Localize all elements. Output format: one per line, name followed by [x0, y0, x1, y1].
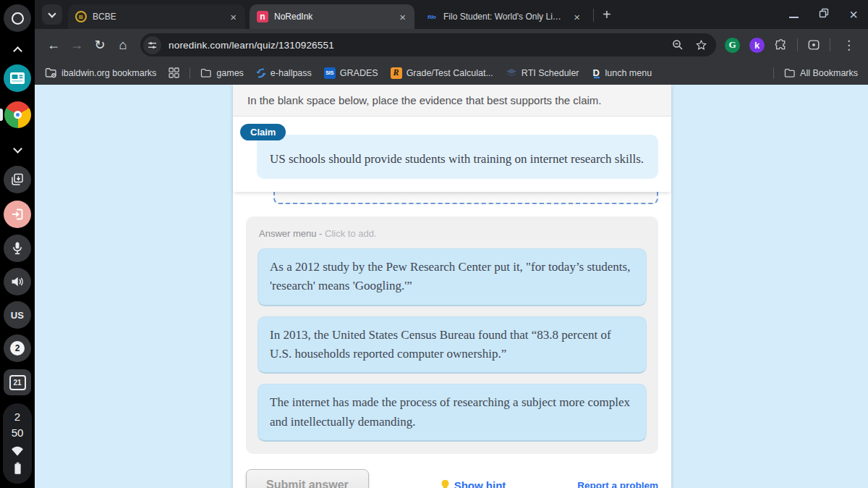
toolbar-divider [797, 38, 798, 51]
restore-icon [819, 8, 829, 18]
quiz-footer: Submit answer Show hint Report a problem [233, 454, 671, 488]
clock-hour: 2 [14, 411, 20, 424]
forward-button[interactable]: → [65, 33, 88, 56]
wifi-icon [11, 446, 24, 456]
svg-text:D: D [592, 67, 599, 78]
answer-menu-label: Answer menu - Click to add. [259, 228, 647, 239]
clock-minute: 50 [12, 426, 24, 440]
filo-favicon: filo [426, 11, 438, 22]
bookmark-managed-folder[interactable]: ibaldwin.org bookmarks [45, 67, 156, 78]
grammarly-extension-icon[interactable]: G [725, 38, 740, 53]
bookmark-rti-scheduler[interactable]: RTI Scheduler [506, 67, 579, 79]
reload-button[interactable]: ↻ [88, 33, 111, 56]
rapid-calculator-favicon: R [391, 67, 402, 79]
bookmark-label: e-hallpass [271, 68, 312, 78]
tab-search-button[interactable] [42, 4, 62, 25]
battery-icon [14, 462, 22, 475]
keyboard-layout-label: US [11, 310, 25, 321]
site-settings-button[interactable] [143, 36, 161, 54]
url-text[interactable]: noredink.com/learn/quiz/1310926551 [169, 40, 665, 51]
tab-strip: B BCBE × n NoRedInk × filo Filo Student:… [35, 0, 868, 29]
answer-option[interactable]: The internet has made the process of res… [258, 384, 647, 442]
microphone-icon [12, 241, 23, 256]
new-tab-button[interactable]: + [598, 7, 616, 23]
bookmark-apps-grid[interactable] [169, 67, 179, 78]
zoom-icon[interactable] [672, 39, 684, 51]
browser-menu-button[interactable]: ⋮ [840, 38, 858, 53]
sis-favicon: SIS [324, 67, 336, 79]
back-button[interactable]: ← [42, 33, 65, 56]
show-hint-link[interactable]: Show hint [441, 479, 506, 488]
chevron-down-icon [13, 144, 22, 153]
claim-text: US schools should provide students with … [257, 135, 658, 179]
all-bookmarks-button[interactable]: All Bookmarks [784, 68, 858, 78]
bookmarks-bar: ibaldwin.org bookmarks games e-hallpass … [35, 61, 868, 85]
bookmark-label: Grade/Test Calculat... [407, 68, 493, 78]
chevron-up-icon [13, 46, 22, 56]
address-bar[interactable]: noredink.com/learn/quiz/1310926551 [140, 33, 716, 56]
restore-button[interactable] [819, 8, 829, 21]
volume-tray-button[interactable] [4, 268, 31, 295]
microphone-tray-button[interactable] [4, 235, 31, 262]
quiz-card: In the blank space below, place the evid… [233, 85, 671, 488]
notification-counter-button[interactable]: 2 [4, 335, 31, 362]
minimize-button[interactable] [789, 8, 799, 21]
apps-grid-icon [169, 67, 179, 78]
bcbe-favicon: B [75, 11, 87, 22]
tab-noredink[interactable]: n NoRedInk × [250, 4, 414, 29]
bookmark-games-folder[interactable]: games [200, 68, 244, 78]
browser-toolbar: ← → ↻ ⌂ noredink.com/learn/quiz/13109265… [35, 29, 868, 61]
home-button[interactable]: ⌂ [111, 33, 135, 56]
shelf-app-chrome[interactable] [4, 101, 31, 128]
ehallpass-favicon [256, 67, 266, 79]
submit-answer-button[interactable]: Submit answer [246, 469, 369, 488]
bookmarks-divider [773, 67, 774, 79]
bookmark-grade-calculator[interactable]: R Grade/Test Calculat... [391, 67, 493, 79]
bookmark-star-icon[interactable] [695, 39, 707, 51]
tab-bcbe[interactable]: B BCBE × [68, 4, 245, 29]
page-background: In the blank space below, place the evid… [35, 85, 868, 488]
bookmark-label: games [216, 68, 244, 78]
close-tab-icon[interactable]: × [227, 10, 239, 24]
system-tray-status[interactable]: 2 50 [3, 403, 32, 484]
answer-menu-label-text: Answer menu - [259, 228, 325, 239]
bookmark-lunch-menu[interactable]: D lunch menu [592, 67, 652, 79]
minimize-icon [789, 17, 799, 18]
tab-title: NoRedInk [274, 12, 391, 22]
shelf-scroll-up-button[interactable] [0, 44, 35, 54]
rti-favicon [506, 67, 517, 79]
report-problem-link[interactable]: Report a problem [577, 480, 658, 488]
shelf-app-screen-capture[interactable] [4, 166, 31, 193]
close-tab-icon[interactable]: × [396, 10, 409, 24]
keyboard-layout-button[interactable]: US [4, 301, 31, 329]
chrome-icon [14, 111, 22, 119]
bookmark-label: GRADES [340, 68, 378, 78]
answer-option[interactable]: In 2013, the United States Census Bureau… [258, 316, 647, 374]
screen-capture-icon [10, 172, 25, 187]
browser-window: B BCBE × n NoRedInk × filo Filo Student:… [35, 0, 868, 488]
toolbar-divider [830, 38, 830, 51]
kami-extension-icon[interactable]: k [749, 38, 765, 53]
shelf-app-ehallpass[interactable] [4, 201, 31, 228]
bookmarks-divider [190, 67, 190, 79]
shelf-scroll-down-button[interactable] [0, 146, 35, 156]
bookmark-grades[interactable]: SIS GRADES [324, 67, 378, 79]
extension-icons: G k ⋮ [722, 38, 861, 53]
shelf-app-sis-card[interactable] [4, 64, 31, 92]
bookmark-label: ibaldwin.org bookmarks [61, 68, 156, 78]
answer-option[interactable]: As a 2012 study by the Pew Research Cent… [258, 248, 647, 306]
noredink-favicon: n [257, 11, 268, 22]
bookmark-ehallpass[interactable]: e-hallpass [256, 67, 312, 79]
launcher-button[interactable] [4, 4, 31, 32]
close-tab-icon[interactable]: × [571, 10, 583, 24]
answer-menu-panel: Answer menu - Click to add. As a 2012 st… [246, 216, 658, 454]
door-exit-icon [10, 207, 25, 222]
speaker-icon [10, 275, 25, 288]
tab-filo[interactable]: filo Filo Student: World's Only Live I × [419, 4, 589, 29]
chromeos-shelf: US 2 21 2 50 [0, 0, 35, 488]
extensions-puzzle-icon[interactable] [774, 38, 788, 52]
tune-icon [148, 41, 157, 50]
browser-profile-icon[interactable] [807, 38, 820, 51]
calendar-tray-button[interactable]: 21 [4, 369, 31, 395]
close-window-button[interactable]: × [849, 7, 858, 22]
